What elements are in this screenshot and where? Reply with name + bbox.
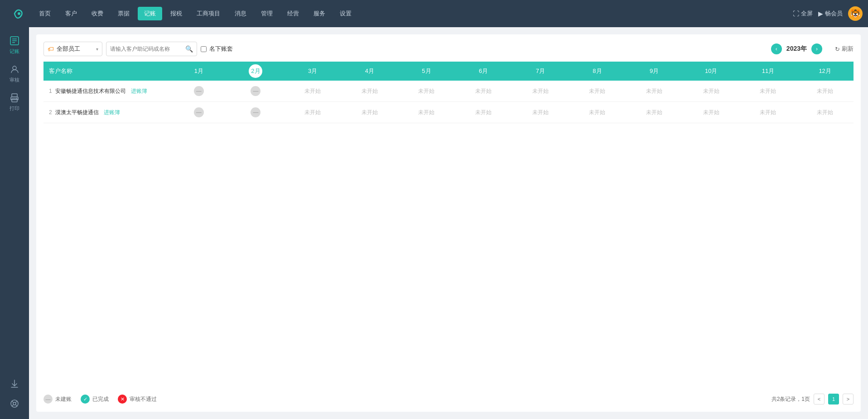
month-2-11: 未开始 <box>740 102 797 123</box>
not-started-text: 未开始 <box>760 88 776 94</box>
th-month-1: 1月 <box>170 62 227 81</box>
table-row: 1 安徽畅捷通信息技术有限公司 进账簿 未开始 未开始 未开始 未开始 未开始 … <box>43 81 854 102</box>
sidebar-bottom <box>0 374 29 419</box>
fullscreen-button[interactable]: ⛶ 全屏 <box>793 10 813 18</box>
not-started-text: 未开始 <box>589 109 605 116</box>
table-container[interactable]: 客户名称 1月 2月 3月 4月 5月 6月 7月 8月 9月 10月 11月 <box>43 62 854 123</box>
svg-rect-7 <box>12 99 17 102</box>
not-started-text: 未开始 <box>646 88 662 94</box>
sidebar-item-download[interactable] <box>0 374 29 394</box>
toolbar: 🏷 全部员工 ▾ 🔍 名下账套 ‹ 2023年 › ↻ 刷新 <box>43 42 854 56</box>
status-dot <box>194 107 204 117</box>
search-wrapper: 🔍 <box>106 42 197 56</box>
svg-line-12 <box>12 405 13 406</box>
th-month-3: 3月 <box>284 62 341 81</box>
svg-line-11 <box>16 401 17 402</box>
th-month-12: 12月 <box>796 62 854 81</box>
month-2-12: 未开始 <box>796 102 854 123</box>
month-2-4: 未开始 <box>341 102 398 123</box>
not-started-text: 未开始 <box>646 109 662 116</box>
month-2-2 <box>227 102 285 123</box>
nav-client[interactable]: 客户 <box>59 7 83 20</box>
legend-label-done: 已完成 <box>92 395 109 403</box>
month-2-10: 未开始 <box>683 102 740 123</box>
nav-operation[interactable]: 经营 <box>281 7 305 20</box>
nav-tax[interactable]: 报税 <box>164 7 188 20</box>
month-2-5: 未开始 <box>398 102 455 123</box>
not-started-text: 未开始 <box>475 109 492 116</box>
client-cell-1: 1 安徽畅捷通信息技术有限公司 进账簿 <box>43 81 170 102</box>
month-1-4: 未开始 <box>341 81 398 102</box>
next-page-button[interactable]: > <box>843 394 854 405</box>
not-started-text: 未开始 <box>532 109 549 116</box>
enter-account-link-1[interactable]: 进账簿 <box>131 88 147 94</box>
top-navigation: 首页 客户 收费 票据 记账 报税 工商项目 消息 管理 经营 服务 设置 ⛶ … <box>0 0 868 27</box>
checkbox-label[interactable]: 名下账套 <box>201 45 233 53</box>
th-month-8: 8月 <box>569 62 626 81</box>
month-2-1 <box>170 102 227 123</box>
member-button[interactable]: ▶ 畅会员 <box>818 10 843 18</box>
svg-point-8 <box>16 98 17 99</box>
prev-year-button[interactable]: ‹ <box>771 43 782 54</box>
month-2-7: 未开始 <box>512 102 569 123</box>
enter-account-link-2[interactable]: 进账簿 <box>104 109 120 116</box>
search-input[interactable] <box>110 46 183 52</box>
sidebar-item-print[interactable]: 打印 <box>0 88 29 116</box>
nav-service[interactable]: 服务 <box>307 7 332 20</box>
not-started-text: 未开始 <box>362 109 378 116</box>
refresh-icon: ↻ <box>835 46 840 53</box>
main-content: 🏷 全部员工 ▾ 🔍 名下账套 ‹ 2023年 › ↻ 刷新 <box>29 27 868 419</box>
nav-business[interactable]: 工商项目 <box>190 7 227 20</box>
client-cell-2: 2 漠澳太平畅捷通信 进账簿 <box>43 102 170 123</box>
employee-select[interactable]: 🏷 全部员工 ▾ <box>43 42 102 56</box>
status-dot <box>194 86 204 96</box>
legend-dot-failed <box>118 395 127 404</box>
th-client-name: 客户名称 <box>43 62 170 81</box>
avatar[interactable]: 🐯 <box>848 6 863 21</box>
status-dot <box>251 107 260 117</box>
sidebar-accounting-label: 记账 <box>10 48 19 55</box>
row-num-2: 2 <box>49 109 52 116</box>
sidebar-item-accounting[interactable]: 记账 <box>0 31 29 59</box>
fullscreen-icon: ⛶ <box>793 10 799 17</box>
sidebar: 记账 审核 打印 <box>0 27 29 419</box>
month-1-9: 未开始 <box>626 81 683 102</box>
nav-charge[interactable]: 收费 <box>85 7 110 20</box>
refresh-button[interactable]: ↻ 刷新 <box>835 45 854 53</box>
not-started-text: 未开始 <box>304 109 321 116</box>
legend-failed: 审核不通过 <box>118 395 157 404</box>
month-2-9: 未开始 <box>626 102 683 123</box>
search-button[interactable]: 🔍 <box>185 45 193 53</box>
sidebar-audit-label: 审核 <box>10 77 19 83</box>
legend-dot-done <box>81 395 90 404</box>
nav-settings[interactable]: 设置 <box>333 7 358 20</box>
nav-manage[interactable]: 管理 <box>255 7 279 20</box>
nav-invoice[interactable]: 票据 <box>111 7 136 20</box>
prev-page-button[interactable]: < <box>814 394 825 405</box>
month-1-12: 未开始 <box>796 81 854 102</box>
nav-message[interactable]: 消息 <box>228 7 253 20</box>
page-1-button[interactable]: 1 <box>828 394 839 405</box>
logo[interactable] <box>5 5 33 22</box>
not-started-text: 未开始 <box>532 88 549 94</box>
accounting-icon <box>9 35 20 46</box>
sidebar-item-audit[interactable]: 审核 <box>0 59 29 88</box>
not-started-text: 未开始 <box>362 88 378 94</box>
nav-accounting[interactable]: 记账 <box>138 7 162 20</box>
th-month-5: 5月 <box>398 62 455 81</box>
th-month-4: 4月 <box>341 62 398 81</box>
print-icon <box>9 92 20 103</box>
my-accounts-checkbox[interactable] <box>201 46 207 52</box>
next-year-button[interactable]: › <box>811 43 822 54</box>
sidebar-item-support[interactable] <box>0 394 29 414</box>
month-1-8: 未开始 <box>569 81 626 102</box>
nav-home[interactable]: 首页 <box>33 7 57 20</box>
month-1-10: 未开始 <box>683 81 740 102</box>
not-started-text: 未开始 <box>418 109 434 116</box>
member-label: 畅会员 <box>825 10 843 18</box>
not-started-text: 未开始 <box>760 109 776 116</box>
legend-label-not-built: 未建账 <box>55 395 72 403</box>
month-2-8: 未开始 <box>569 102 626 123</box>
nav-items: 首页 客户 收费 票据 记账 报税 工商项目 消息 管理 经营 服务 设置 <box>33 7 793 20</box>
table-row: 2 漠澳太平畅捷通信 进账簿 未开始 未开始 未开始 未开始 未开始 未开始 未… <box>43 102 854 123</box>
